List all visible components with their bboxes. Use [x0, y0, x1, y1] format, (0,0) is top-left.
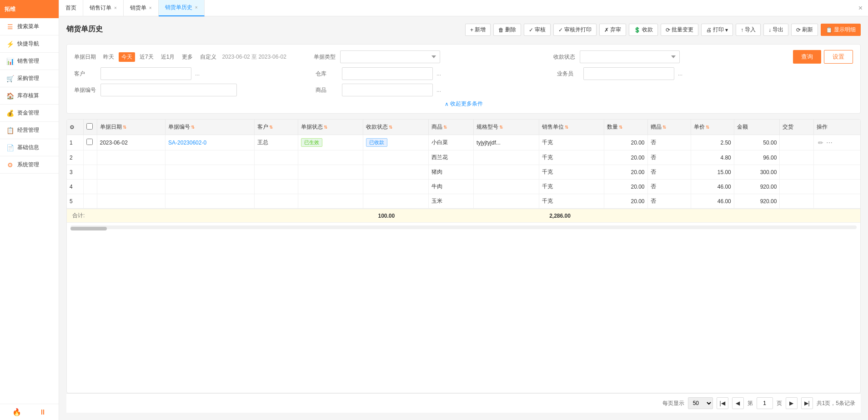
col-qty[interactable]: 数量 ⇅ [604, 120, 647, 135]
print-button[interactable]: 🖨 打印 ▾ [701, 24, 733, 36]
col-customer[interactable]: 客户 ⇅ [255, 120, 298, 135]
cell-gift: 否 [647, 194, 691, 209]
fire-icon[interactable]: 🔥 [12, 408, 21, 416]
tab-sales-goods[interactable]: 销货单 × [124, 0, 159, 16]
row-checkbox[interactable] [86, 139, 93, 145]
doc-no-input[interactable] [100, 84, 237, 96]
filter-staff: 业务员 ... [557, 67, 789, 80]
filter-customer: 客户 ... [74, 67, 306, 80]
shortcut-1month[interactable]: 近1月 [158, 52, 178, 62]
doc-type-select[interactable] [340, 50, 440, 63]
sidebar-item-system-mgmt[interactable]: ⚙ 系统管理 [0, 156, 59, 174]
cell-goods: 小白菜 [428, 135, 473, 150]
next-page-button[interactable]: ▶ [786, 397, 798, 409]
col-spec[interactable]: 规格型号 ⇅ [474, 120, 539, 135]
col-price[interactable]: 单价 ⇅ [691, 120, 734, 135]
shortcut-custom[interactable]: 自定义 [197, 52, 219, 62]
col-unit[interactable]: 销售单位 ⇅ [539, 120, 604, 135]
staff-ellipsis[interactable]: ... [678, 70, 682, 77]
cell-goods: 玉米 [428, 194, 473, 209]
export-button[interactable]: ↓ 导出 [763, 24, 788, 36]
horizontal-scrollbar[interactable] [70, 225, 857, 229]
customer-input[interactable] [100, 67, 191, 80]
sidebar-item-inventory-calc[interactable]: 🏠 库存核算 [0, 87, 59, 105]
sidebar-logo: 拓维 [0, 0, 59, 18]
cell-doc-date [97, 194, 166, 209]
chart-icon: 📊 [6, 58, 14, 65]
col-payment-status[interactable]: 收款状态 ⇅ [363, 120, 429, 135]
batch-change-button[interactable]: ⟳ 批量变更 [661, 24, 698, 36]
collect-button[interactable]: 💲 收款 [629, 24, 658, 36]
import-button[interactable]: ↑ 导入 [736, 24, 761, 36]
col-doc-date[interactable]: 单据日期 ⇅ [97, 120, 166, 135]
edit-icon[interactable]: ✏ [818, 139, 823, 146]
goods-input[interactable] [342, 84, 433, 96]
sort-unit-icon: ⇅ [565, 125, 568, 130]
add-button[interactable]: + 新增 [465, 24, 491, 36]
tab-sales-history[interactable]: 销货单历史 × [159, 0, 205, 16]
shortcut-today[interactable]: 今天 [119, 52, 135, 62]
setting-button[interactable]: 设置 [824, 50, 853, 64]
customer-ellipsis[interactable]: ... [195, 70, 200, 77]
shortcut-yesterday[interactable]: 昨天 [100, 52, 117, 62]
content-area: 销货单历史 + 新增 🗑 删除 ✓ 审核 ✓ 审核并打印 [59, 16, 868, 420]
cell-trade [780, 165, 814, 180]
page-size-select[interactable]: 50 100 [688, 397, 713, 409]
sidebar-item-purchase-mgmt[interactable]: 🛒 采购管理 [0, 70, 59, 87]
last-page-button[interactable]: ▶| [801, 397, 813, 409]
sidebar-item-search-menu[interactable]: ☰ 搜索菜单 [0, 18, 59, 35]
goods-ellipsis[interactable]: ... [437, 87, 441, 93]
audit-button[interactable]: ✓ 审核 [524, 24, 551, 36]
close-sales-history-icon[interactable]: × [195, 5, 198, 10]
doc-no-link[interactable]: SA-20230602-0 [168, 140, 206, 146]
warehouse-ellipsis[interactable]: ... [437, 70, 441, 77]
page-number-input[interactable] [757, 397, 773, 409]
close-sales-goods-icon[interactable]: × [149, 5, 152, 10]
filter-panel: 单据日期 昨天 今天 近7天 近1月 更多 自定义 2023-06-02 至 2… [66, 44, 861, 114]
col-action: 操作 [814, 120, 860, 135]
payment-status-select[interactable] [580, 50, 680, 63]
sidebar-item-basic-info[interactable]: 📄 基础信息 [0, 139, 59, 156]
close-sales-order-icon[interactable]: × [114, 5, 117, 10]
show-detail-button[interactable]: 📋 显示明细 [821, 24, 861, 36]
abandon-button[interactable]: ✗ 弃审 [599, 24, 626, 36]
cell-trade [780, 150, 814, 165]
staff-input[interactable] [583, 67, 674, 80]
cell-qty: 20.00 [604, 165, 647, 180]
sidebar-item-sales-mgmt[interactable]: 📊 销售管理 [0, 53, 59, 70]
refresh-button[interactable]: ⟳ 刷新 [791, 24, 818, 36]
audit-print-icon: ✓ [558, 27, 563, 33]
warehouse-input[interactable] [342, 67, 433, 80]
sidebar-item-finance-mgmt[interactable]: 💰 资金管理 [0, 105, 59, 122]
delete-button[interactable]: 🗑 删除 [493, 24, 521, 36]
sidebar-item-quick-nav[interactable]: ⚡ 快捷导航 [0, 35, 59, 53]
col-goods[interactable]: 商品 ⇅ [428, 120, 473, 135]
cell-qty: 20.00 [604, 150, 647, 165]
cell-unit: 千克 [539, 180, 604, 194]
sidebar-item-operations-mgmt[interactable]: 📋 经营管理 [0, 122, 59, 139]
top-tabs: 首页 销售订单 × 销货单 × 销货单历史 × × [59, 0, 868, 16]
shortcut-more[interactable]: 更多 [179, 52, 196, 62]
tab-sales-order[interactable]: 销售订单 × [83, 0, 124, 16]
col-doc-no[interactable]: 单据编号 ⇅ [166, 120, 255, 135]
filter-row-1: 单据日期 昨天 今天 近7天 近1月 更多 自定义 2023-06-02 至 2… [74, 50, 853, 64]
collapse-button[interactable]: ∧ 收起更多条件 [445, 100, 483, 108]
select-all-checkbox[interactable] [86, 123, 93, 130]
audit-print-button[interactable]: ✓ 审核并打印 [553, 24, 597, 36]
more-icon[interactable]: ⋯ [826, 139, 833, 146]
sidebar: 拓维 ☰ 搜索菜单 ⚡ 快捷导航 📊 销售管理 🛒 采购管理 🏠 库存核算 💰 … [0, 0, 59, 420]
sort-doc-status-icon: ⇅ [324, 125, 327, 130]
cell-payment-status [363, 150, 429, 165]
pause-icon[interactable]: ⏸ [39, 408, 46, 416]
shortcut-7days[interactable]: 近7天 [137, 52, 156, 62]
col-doc-status[interactable]: 单据状态 ⇅ [298, 120, 363, 135]
first-page-button[interactable]: |◀ [717, 397, 728, 409]
col-gift[interactable]: 赠品 ⇅ [647, 120, 691, 135]
prev-page-button[interactable]: ◀ [732, 397, 744, 409]
col-settings[interactable]: ⚙ [67, 120, 83, 135]
query-button[interactable]: 查询 [793, 50, 821, 64]
window-close-icon[interactable]: × [853, 4, 868, 12]
tab-home[interactable]: 首页 [59, 0, 83, 16]
table-settings-icon[interactable]: ⚙ [70, 124, 75, 130]
cell-doc-status [298, 150, 363, 165]
